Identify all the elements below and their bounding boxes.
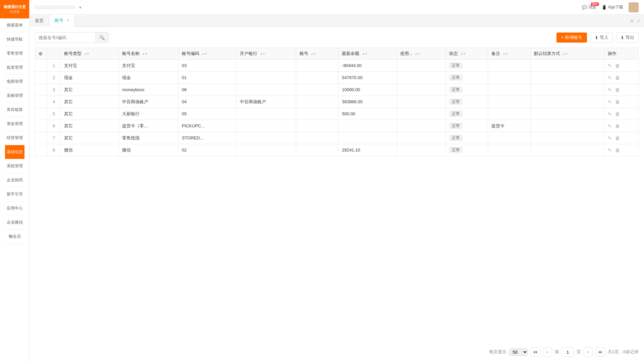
sidebar-item-10[interactable]: 系统管理 — [5, 159, 24, 173]
table-cell — [35, 144, 47, 156]
sidebar-item-0[interactable]: 搜索菜单 — [5, 18, 24, 33]
last-page-button[interactable]: ⏭ — [596, 347, 605, 357]
sidebar-item-1[interactable]: 快捷导航 — [5, 33, 24, 47]
delete-icon[interactable]: 🗑 — [615, 111, 620, 117]
close-window-icon[interactable]: ✕ — [630, 18, 634, 23]
page-size-select[interactable]: 50 100 200 — [509, 348, 528, 356]
tab-close-1[interactable]: × — [67, 18, 69, 23]
table-cell — [236, 108, 296, 120]
col-settings[interactable]: ⚙ — [35, 48, 47, 60]
logo-text: 畅捷通好生意 — [4, 4, 26, 9]
top-search-box[interactable] — [35, 6, 75, 9]
delete-icon[interactable]: 🗑 — [615, 99, 620, 105]
table-cell: 其它 — [61, 96, 119, 108]
table-cell: 8 — [47, 144, 61, 156]
export-button[interactable]: ⬇ 导出 — [616, 33, 639, 43]
status-badge: 正常 — [449, 123, 463, 129]
table-cell: moneybosx — [119, 84, 178, 96]
import-button[interactable]: ⬆ 导入 — [590, 33, 613, 43]
sidebar-item-11[interactable]: 企业协同 — [5, 173, 24, 187]
table-cell — [488, 72, 531, 84]
col-status[interactable]: 状态 ▲▼ — [445, 48, 488, 60]
table-cell — [236, 144, 296, 156]
header-left: ▾ — [35, 5, 82, 10]
col-balance[interactable]: 最新余额 ▲▼ — [338, 48, 396, 60]
search-button[interactable]: 🔍 — [96, 32, 108, 43]
prev-page-button[interactable]: ‹ — [543, 347, 552, 357]
table-row: 1支付宝支付宝03-90444.00正常✎🗑 — [35, 60, 639, 72]
status-badge: 正常 — [449, 147, 463, 153]
table-cell — [396, 108, 445, 120]
table-cell: 02 — [178, 144, 236, 156]
edit-icon[interactable]: ✎ — [608, 111, 612, 117]
table-cell — [488, 132, 531, 144]
sidebar-item-5[interactable]: 采购管理 — [5, 89, 24, 103]
table-cell: 微信 — [61, 144, 119, 156]
delete-icon[interactable]: 🗑 — [615, 135, 620, 141]
delete-icon[interactable]: 🗑 — [615, 75, 620, 80]
edit-icon[interactable]: ✎ — [608, 75, 612, 80]
first-page-button[interactable]: ⏮ — [531, 347, 540, 357]
action-cell: ✎🗑 — [608, 75, 635, 80]
message-button[interactable]: 💬 消息 99+ — [582, 4, 596, 10]
add-account-button[interactable]: + 新增账号 — [556, 33, 587, 43]
delete-icon[interactable]: 🗑 — [615, 63, 620, 68]
col-remark[interactable]: 备注 ▲▼ — [488, 48, 531, 60]
table-cell — [396, 84, 445, 96]
delete-icon[interactable]: 🗑 — [615, 147, 620, 153]
action-cell: ✎🗑 — [608, 99, 635, 105]
delete-icon[interactable]: 🗑 — [615, 123, 620, 129]
col-account[interactable]: 账号 ▲▼ — [296, 48, 338, 60]
col-bank[interactable]: 开户银行 ▲▼ — [236, 48, 296, 60]
table-cell: 其它 — [61, 108, 119, 120]
col-default-settle[interactable]: 默认结算方式 ▲▼ — [530, 48, 604, 60]
avatar[interactable] — [629, 2, 639, 12]
table-cell — [35, 72, 47, 84]
sidebar-item-3[interactable]: 批发管理 — [5, 61, 24, 75]
sidebar-item-15[interactable]: 畅会员 — [5, 230, 24, 244]
edit-icon[interactable]: ✎ — [608, 87, 612, 93]
app-download-button[interactable]: 📱 App下载 — [602, 4, 623, 10]
tab-0[interactable]: 首页 — [30, 15, 49, 27]
sidebar-item-8[interactable]: 经营管理 — [5, 131, 24, 145]
col-type[interactable]: 账号类型 ▲▼ — [61, 48, 119, 60]
edit-icon[interactable]: ✎ — [608, 123, 612, 129]
table-cell: 01 — [178, 72, 236, 84]
table-cell — [296, 72, 338, 84]
tab-1[interactable]: 账号× — [49, 15, 75, 27]
sidebar-item-6[interactable]: 库存核算 — [5, 103, 24, 117]
table-cell: 中百商场账户 — [236, 96, 296, 108]
edit-icon[interactable]: ✎ — [608, 147, 612, 153]
sidebar-item-2[interactable]: 零售管理 — [5, 47, 24, 61]
sidebar-item-9[interactable]: 基础信息 — [5, 145, 24, 159]
status-badge: 正常 — [449, 74, 463, 81]
page-number-input[interactable] — [562, 347, 574, 357]
table-cell: 383866.00 — [338, 96, 396, 108]
edit-icon[interactable]: ✎ — [608, 63, 612, 68]
table-cell — [530, 132, 604, 144]
dropdown-arrow-icon[interactable]: ▾ — [79, 5, 82, 10]
sidebar-item-13[interactable]: 应用中心 — [5, 201, 24, 216]
edit-icon[interactable]: ✎ — [608, 99, 612, 105]
next-page-button[interactable]: › — [584, 347, 593, 357]
expand-window-icon[interactable]: ⤢ — [637, 18, 641, 23]
table-cell — [296, 84, 338, 96]
col-code[interactable]: 账号编码 ▲▼ — [178, 48, 236, 60]
col-name[interactable]: 账号名称 ▲▼ — [119, 48, 178, 60]
action-cell: ✎🗑 — [608, 87, 635, 93]
table-cell — [236, 72, 296, 84]
col-usage[interactable]: 使用... ▲▼ — [396, 48, 445, 60]
sidebar-item-7[interactable]: 资金管理 — [5, 117, 24, 131]
table-cell: 正常 — [445, 96, 488, 108]
sidebar-item-4[interactable]: 电商管理 — [5, 75, 24, 89]
sidebar-item-12[interactable]: 新手引导 — [5, 187, 24, 201]
table-cell — [35, 96, 47, 108]
phone-icon: 📱 — [602, 5, 607, 10]
search-input[interactable] — [35, 35, 96, 40]
delete-icon[interactable]: 🗑 — [615, 87, 620, 93]
sidebar-item-14[interactable]: 企业微信 — [5, 216, 24, 230]
table-cell: ✎🗑 — [604, 144, 638, 156]
edit-icon[interactable]: ✎ — [608, 135, 612, 141]
toolbar-right: + 新增账号 ⬆ 导入 ⬇ 导出 — [556, 33, 639, 43]
per-page-label: 每页显示 — [489, 349, 506, 355]
